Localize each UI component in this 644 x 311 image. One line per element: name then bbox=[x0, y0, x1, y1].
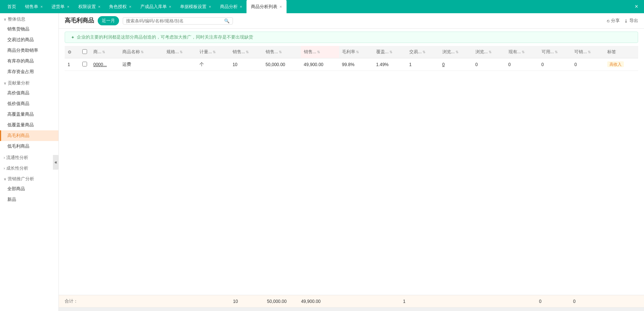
window-close[interactable]: × bbox=[632, 3, 641, 10]
sort-icon-unit[interactable]: ⇅ bbox=[213, 50, 216, 54]
sort-icon-available[interactable]: ⇅ bbox=[555, 50, 558, 54]
col-unit[interactable]: 计量...⇅ bbox=[197, 46, 230, 58]
share-icon: ⎋ bbox=[607, 18, 609, 23]
col-sellable[interactable]: 可销...⇅ bbox=[571, 46, 604, 58]
nav-role-close[interactable]: × bbox=[129, 4, 131, 9]
col-sales-profit[interactable]: 销售...⇅ bbox=[301, 46, 339, 58]
cell-name[interactable]: 运费 bbox=[119, 58, 163, 71]
col-spec[interactable]: 规格...⇅ bbox=[163, 46, 197, 58]
nav-analysis-list-close[interactable]: × bbox=[280, 4, 282, 9]
nav-template[interactable]: 单据模板设置 × bbox=[176, 0, 215, 13]
cell-no: 1 bbox=[65, 58, 79, 71]
footer-transactions: 1 bbox=[400, 299, 434, 304]
sort-icon-name[interactable]: ⇅ bbox=[141, 50, 144, 54]
cell-sellable: 0 bbox=[571, 58, 604, 71]
col-sales-amount[interactable]: 销售...⇅ bbox=[263, 46, 301, 58]
sort-icon-code[interactable]: ⇅ bbox=[102, 50, 105, 54]
sort-icon-views2[interactable]: ⇅ bbox=[489, 50, 492, 54]
footer-sales-profit: 49,900.00 bbox=[298, 299, 332, 304]
sidebar-item-low-margin[interactable]: 低毛利商品 bbox=[0, 141, 58, 152]
cell-unit: 个 bbox=[197, 58, 230, 71]
export-icon: ⤓ bbox=[624, 18, 628, 23]
col-code[interactable]: 商...⇅ bbox=[90, 46, 119, 58]
nav-analysis-close[interactable]: × bbox=[240, 4, 242, 9]
nav-sales-close[interactable]: × bbox=[40, 4, 43, 9]
goods-table: ⚙ 商...⇅ 商品名称⇅ 规格...⇅ bbox=[65, 46, 638, 71]
col-transactions[interactable]: 交易...⇅ bbox=[406, 46, 439, 58]
nav-role[interactable]: 角色授权 × bbox=[105, 0, 136, 13]
group-arrow-marketing: ∨ bbox=[4, 177, 6, 181]
info-icon: ✦ bbox=[71, 35, 75, 40]
filter-recent-month[interactable]: 近一月 bbox=[98, 16, 119, 25]
col-views2[interactable]: 浏览...⇅ bbox=[472, 46, 506, 58]
sidebar-item-sales-goods[interactable]: 销售货物品 bbox=[0, 24, 58, 35]
sidebar-item-high-value[interactable]: 高价值商品 bbox=[0, 88, 58, 98]
sidebar-group-marketing[interactable]: ∨ 营销推广分析 bbox=[0, 173, 58, 184]
sidebar-item-high-coverage[interactable]: 高覆盖量商品 bbox=[0, 109, 58, 120]
cell-views1[interactable]: 0 bbox=[439, 58, 472, 71]
col-name[interactable]: 商品名称⇅ bbox=[119, 46, 163, 58]
cell-available: 0 bbox=[539, 58, 572, 71]
col-current-stock[interactable]: 现有...⇅ bbox=[506, 46, 539, 58]
row-checkbox[interactable] bbox=[82, 62, 87, 66]
search-icon[interactable]: 🔍 bbox=[224, 18, 230, 23]
sort-icon-gross-margin[interactable]: ⇅ bbox=[356, 50, 359, 54]
cell-sales-amount: 50,000.00 bbox=[263, 58, 301, 71]
info-bar: ✦ 企业的主要的利润都是这部分商品创造的，可考虑加大推广，同时关注库存是不要出现… bbox=[65, 32, 638, 43]
cell-views2: 0 bbox=[472, 58, 506, 71]
sidebar-item-category-rate[interactable]: 商品分类助销率 bbox=[0, 45, 58, 56]
nav-permission[interactable]: 权限设置 × bbox=[74, 0, 105, 13]
col-settings[interactable]: ⚙ bbox=[65, 46, 79, 58]
cell-transactions: 1 bbox=[406, 58, 439, 71]
nav-sales[interactable]: 销售单 × bbox=[21, 0, 47, 13]
sort-icon-sales-amount[interactable]: ⇅ bbox=[279, 50, 282, 54]
nav-analysis[interactable]: 商品分析 × bbox=[216, 0, 247, 13]
col-sales-qty[interactable]: 销售...⇅ bbox=[230, 46, 263, 58]
sort-icon-sales-profit[interactable]: ⇅ bbox=[317, 50, 320, 54]
col-available[interactable]: 可用...⇅ bbox=[539, 46, 572, 58]
sort-icon-sellable[interactable]: ⇅ bbox=[588, 50, 591, 54]
nav-permission-close[interactable]: × bbox=[98, 4, 100, 9]
search-input[interactable] bbox=[126, 18, 224, 23]
sidebar-collapse-btn[interactable]: « bbox=[53, 155, 59, 170]
select-all-checkbox[interactable] bbox=[82, 49, 87, 54]
sidebar-item-stock-capital[interactable]: 库存资金占用 bbox=[0, 66, 58, 77]
sidebar-item-stocked-goods[interactable]: 有库存的商品 bbox=[0, 56, 58, 66]
group-arrow-contribution: ∨ bbox=[4, 81, 6, 85]
nav-template-close[interactable]: × bbox=[209, 4, 211, 9]
export-button[interactable]: ⤓ 导出 bbox=[624, 18, 638, 24]
sort-icon-transactions[interactable]: ⇅ bbox=[422, 50, 425, 54]
sidebar-item-new-goods[interactable]: 新品 bbox=[0, 194, 58, 205]
sort-icon-current-stock[interactable]: ⇅ bbox=[522, 50, 525, 54]
sidebar-item-traded-goods[interactable]: 交易过的商品 bbox=[0, 35, 58, 45]
nav-analysis-list[interactable]: 商品分析列表 × bbox=[247, 0, 286, 13]
cell-code[interactable]: 0000... bbox=[90, 58, 119, 71]
col-views1[interactable]: 浏览...⇅ bbox=[439, 46, 472, 58]
nav-product-in-close[interactable]: × bbox=[169, 4, 171, 9]
search-wrap[interactable]: 🔍 bbox=[123, 17, 233, 25]
nav-home[interactable]: 首页 bbox=[3, 0, 21, 13]
sort-icon-sales-qty[interactable]: ⇅ bbox=[246, 50, 249, 54]
sidebar-group-liquidity[interactable]: › 流通性分析 bbox=[0, 152, 58, 162]
sidebar-item-all-goods[interactable]: 全部商品 bbox=[0, 184, 58, 194]
col-checkbox[interactable] bbox=[79, 46, 90, 58]
sidebar-group-overview[interactable]: ∨ 整体信息 bbox=[0, 13, 58, 24]
horizontal-scrollbar[interactable] bbox=[59, 307, 644, 311]
nav-product-in[interactable]: 产成品入库单 × bbox=[136, 0, 176, 13]
sidebar-item-high-margin[interactable]: 高毛利商品 bbox=[0, 130, 58, 141]
sidebar-item-low-coverage[interactable]: 低覆盖量商品 bbox=[0, 120, 58, 130]
nav-purchase-close[interactable]: × bbox=[67, 4, 69, 9]
sidebar-item-low-value[interactable]: 低价值商品 bbox=[0, 98, 58, 109]
sort-icon-coverage[interactable]: ⇅ bbox=[389, 50, 392, 54]
sort-icon-spec[interactable]: ⇅ bbox=[180, 50, 183, 54]
cell-checkbox[interactable] bbox=[79, 58, 90, 71]
main-layout: « ∨ 整体信息 销售货物品 交易过的商品 商品分类助销率 有库存的商品 库存资… bbox=[0, 13, 644, 311]
sidebar-group-growth[interactable]: › 成长性分析 bbox=[0, 162, 58, 173]
share-button[interactable]: ⎋ 分享 bbox=[607, 18, 620, 24]
col-coverage[interactable]: 覆盖...⇅ bbox=[373, 46, 406, 58]
nav-purchase[interactable]: 进货单 × bbox=[47, 0, 73, 13]
sidebar-group-contribution[interactable]: ∨ 贡献量分析 bbox=[0, 77, 58, 88]
col-gross-margin[interactable]: 毛利率⇅ bbox=[339, 46, 373, 58]
sort-icon-views1[interactable]: ⇅ bbox=[456, 50, 458, 54]
table-header-row: ⚙ 商...⇅ 商品名称⇅ 规格...⇅ bbox=[65, 46, 638, 58]
